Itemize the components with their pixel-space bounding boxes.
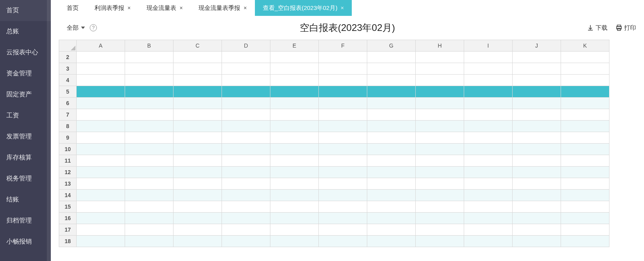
cell[interactable]: [270, 201, 319, 213]
cell[interactable]: [464, 86, 513, 98]
sidebar-item-fixed-assets[interactable]: 固定资产: [0, 84, 51, 105]
cell[interactable]: [174, 121, 222, 132]
cell[interactable]: [174, 109, 222, 121]
cell[interactable]: [125, 121, 174, 132]
cell[interactable]: [125, 224, 174, 236]
cell[interactable]: [561, 167, 609, 178]
column-header[interactable]: I: [464, 40, 513, 52]
cell[interactable]: [125, 75, 174, 86]
cell[interactable]: [561, 213, 609, 224]
tab-home[interactable]: 首页: [59, 0, 87, 16]
cell[interactable]: [174, 132, 222, 144]
sidebar-scrollbar[interactable]: [47, 0, 51, 261]
cell[interactable]: [416, 109, 464, 121]
cell[interactable]: [222, 236, 270, 247]
cell[interactable]: [416, 213, 464, 224]
cell[interactable]: [561, 86, 609, 98]
cell[interactable]: [77, 132, 125, 144]
tab-profit-quarterly[interactable]: 利润表季报 ×: [87, 0, 139, 16]
cell[interactable]: [367, 144, 416, 155]
cell[interactable]: [464, 201, 513, 213]
cell[interactable]: [416, 201, 464, 213]
cell[interactable]: [125, 155, 174, 167]
cell[interactable]: [319, 213, 367, 224]
cell[interactable]: [77, 144, 125, 155]
row-header[interactable]: 18: [59, 236, 77, 247]
cell[interactable]: [270, 75, 319, 86]
column-header[interactable]: D: [222, 40, 270, 52]
cell[interactable]: [416, 75, 464, 86]
row-header[interactable]: 17: [59, 224, 77, 236]
cell[interactable]: [319, 155, 367, 167]
cell[interactable]: [222, 52, 270, 63]
cell[interactable]: [222, 109, 270, 121]
cell[interactable]: [464, 178, 513, 190]
cell[interactable]: [270, 155, 319, 167]
cell[interactable]: [464, 98, 513, 109]
cell[interactable]: [319, 224, 367, 236]
cell[interactable]: [513, 86, 561, 98]
column-header[interactable]: E: [270, 40, 319, 52]
row-header[interactable]: 6: [59, 98, 77, 109]
column-header[interactable]: F: [319, 40, 367, 52]
cell[interactable]: [77, 52, 125, 63]
cell[interactable]: [513, 167, 561, 178]
sidebar-item-cloud-reports[interactable]: 云报表中心: [0, 42, 51, 63]
cell[interactable]: [222, 155, 270, 167]
cell[interactable]: [367, 121, 416, 132]
column-header[interactable]: G: [367, 40, 416, 52]
cell[interactable]: [319, 144, 367, 155]
cell[interactable]: [319, 63, 367, 75]
cell[interactable]: [77, 224, 125, 236]
cell[interactable]: [416, 155, 464, 167]
cell[interactable]: [513, 109, 561, 121]
cell[interactable]: [222, 224, 270, 236]
cell[interactable]: [270, 178, 319, 190]
cell[interactable]: [367, 167, 416, 178]
cell[interactable]: [222, 98, 270, 109]
cell[interactable]: [561, 201, 609, 213]
filter-dropdown[interactable]: 全部: [67, 24, 85, 32]
cell[interactable]: [77, 167, 125, 178]
row-header[interactable]: 12: [59, 167, 77, 178]
cell[interactable]: [222, 75, 270, 86]
cell[interactable]: [77, 121, 125, 132]
cell[interactable]: [416, 236, 464, 247]
close-icon[interactable]: ×: [341, 5, 344, 11]
row-header[interactable]: 9: [59, 132, 77, 144]
cell[interactable]: [416, 144, 464, 155]
cell[interactable]: [77, 213, 125, 224]
cell[interactable]: [174, 213, 222, 224]
cell[interactable]: [367, 86, 416, 98]
cell[interactable]: [222, 201, 270, 213]
tab-cashflow[interactable]: 现金流量表 ×: [139, 0, 191, 16]
cell[interactable]: [270, 190, 319, 201]
cell[interactable]: [270, 224, 319, 236]
sidebar-item-invoice[interactable]: 发票管理: [0, 126, 51, 147]
cell[interactable]: [416, 52, 464, 63]
sidebar-item-general-ledger[interactable]: 总账: [0, 21, 51, 42]
cell[interactable]: [561, 52, 609, 63]
sidebar-item-closing[interactable]: 结账: [0, 189, 51, 210]
cell[interactable]: [77, 98, 125, 109]
cell[interactable]: [464, 52, 513, 63]
cell[interactable]: [77, 190, 125, 201]
cell[interactable]: [319, 178, 367, 190]
cell[interactable]: [125, 190, 174, 201]
cell[interactable]: [416, 224, 464, 236]
row-header[interactable]: 3: [59, 63, 77, 75]
cell[interactable]: [319, 132, 367, 144]
cell[interactable]: [513, 132, 561, 144]
cell[interactable]: [270, 86, 319, 98]
cell[interactable]: [319, 86, 367, 98]
column-header[interactable]: C: [174, 40, 222, 52]
cell[interactable]: [174, 167, 222, 178]
spreadsheet[interactable]: ABCDEFGHIJK23456789101112131415161718: [51, 40, 644, 261]
cell[interactable]: [513, 98, 561, 109]
sidebar-item-tax[interactable]: 税务管理: [0, 168, 51, 189]
cell[interactable]: [222, 167, 270, 178]
cell[interactable]: [222, 178, 270, 190]
cell[interactable]: [77, 86, 125, 98]
tab-view-blank-report[interactable]: 查看_空白报表(2023年02月) ×: [255, 0, 352, 16]
cell[interactable]: [174, 236, 222, 247]
